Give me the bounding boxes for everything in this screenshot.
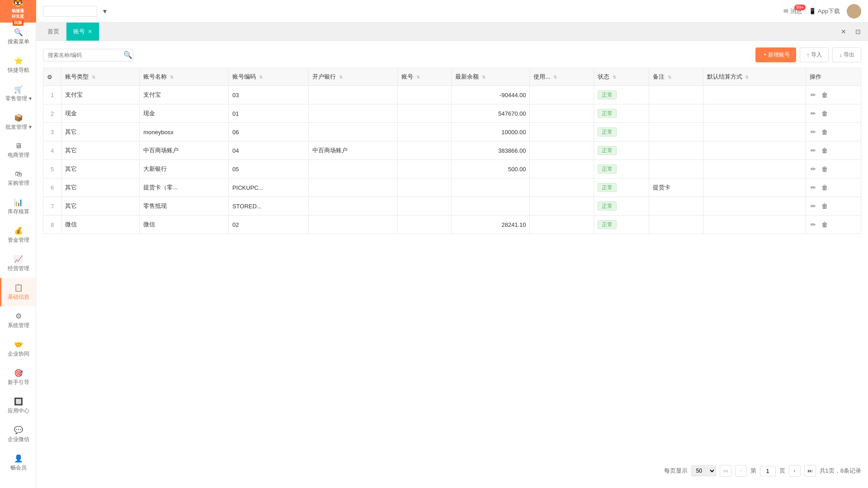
app-download-button[interactable]: 📱 App下载 <box>809 7 840 15</box>
per-page-select[interactable]: 50 100 200 <box>691 465 716 476</box>
message-button[interactable]: ✉ 消息 99+ <box>783 7 802 15</box>
col-remark[interactable]: 备注 ⇅ <box>649 68 703 86</box>
delete-button[interactable]: 🗑 <box>821 202 829 211</box>
col-status[interactable]: 状态 ⇅ <box>594 68 649 86</box>
row-name: 大新银行 <box>140 160 229 178</box>
tab-bar: 首页 账号 ✕ ✕ ⊡ <box>36 23 868 41</box>
tab-close-icon[interactable]: ✕ <box>88 29 92 34</box>
sidebar-icon: 👤 <box>14 454 23 463</box>
tab-account[interactable]: 账号 ✕ <box>66 23 99 41</box>
row-status: 正常 <box>594 216 649 234</box>
last-page-button[interactable]: ⏭ <box>804 465 816 477</box>
row-type: 其它 <box>61 160 140 178</box>
prev-page-button[interactable]: ‹ <box>735 465 747 477</box>
user-avatar[interactable] <box>847 4 861 19</box>
delete-button[interactable]: 🗑 <box>821 183 829 192</box>
add-account-button[interactable]: + 新增账号 <box>755 47 796 62</box>
row-type: 其它 <box>61 141 140 160</box>
row-actions: ✏ 🗑 <box>806 178 861 197</box>
row-account <box>397 197 451 216</box>
sidebar-item-经营管理[interactable]: 📈 经营管理 <box>0 249 36 278</box>
notification-badge: 99+ <box>794 5 806 10</box>
import-label: 导入 <box>811 51 822 59</box>
window-close-button[interactable]: ✕ <box>838 26 849 37</box>
col-bank[interactable]: 开户银行 ⇅ <box>309 68 398 86</box>
col-settings[interactable]: ⚙ <box>43 68 61 86</box>
edit-button[interactable]: ✏ <box>810 183 817 192</box>
sidebar-item-电商管理[interactable]: 🖥 电商管理 <box>0 136 36 164</box>
table-row: 4 其它 中百商场账户 04 中百商场账户 383866.00 正常 ✏ 🗑 <box>43 141 861 160</box>
sidebar-item-采购管理[interactable]: 🛍 采购管理 <box>0 164 36 192</box>
delete-button[interactable]: 🗑 <box>821 146 829 155</box>
row-type: 其它 <box>61 197 140 216</box>
sidebar-item-搜索菜单[interactable]: 🔍 搜索菜单 <box>0 23 36 51</box>
delete-button[interactable]: 🗑 <box>821 164 829 174</box>
tab-home[interactable]: 首页 <box>41 23 66 41</box>
app-download-label: App下载 <box>818 7 840 15</box>
row-balance <box>452 178 530 197</box>
first-page-button[interactable]: ⏮ <box>720 465 731 477</box>
col-default-settlement[interactable]: 默认结算方式 ⇅ <box>703 68 806 86</box>
header-left: ▼ <box>43 6 108 17</box>
row-actions: ✏ 🗑 <box>806 197 861 216</box>
sidebar-item-企业微信[interactable]: 💬 企业微信 <box>0 420 36 449</box>
search-button[interactable]: 🔍 <box>123 51 132 59</box>
sidebar-item-企业协同[interactable]: 🤝 企业协同 <box>0 335 36 363</box>
row-account <box>397 216 451 234</box>
page-input[interactable] <box>760 466 776 476</box>
dropdown-button[interactable]: ▼ <box>102 8 108 15</box>
row-num: 8 <box>43 216 61 234</box>
delete-button[interactable]: 🗑 <box>821 109 829 118</box>
top-header: ▼ ✉ 消息 99+ 📱 App下载 <box>36 0 868 23</box>
window-maximize-button[interactable]: ⊡ <box>853 26 863 37</box>
import-button[interactable]: ↑ 导入 <box>800 47 829 62</box>
sidebar-item-资金管理[interactable]: 💰 资金管理 <box>0 221 36 249</box>
sidebar-item-畅会员[interactable]: 👤 畅会员 <box>0 449 36 477</box>
sidebar-item-应用中心[interactable]: 🔲 应用中心 <box>0 392 36 420</box>
search-input[interactable] <box>43 49 133 61</box>
edit-button[interactable]: ✏ <box>810 127 817 136</box>
next-page-button[interactable]: › <box>789 465 801 477</box>
row-status: 正常 <box>594 178 649 197</box>
row-num: 3 <box>43 123 61 141</box>
sidebar-icon: 💰 <box>14 226 23 235</box>
sidebar-menu: 🔍 搜索菜单 ⭐ 快捷导航 🛒 零售管理 ▾ 📦 批发管理 ▾ 🖥 电商管理 🛍… <box>0 23 36 488</box>
delete-button[interactable]: 🗑 <box>821 220 829 229</box>
delete-button[interactable]: 🗑 <box>821 127 829 136</box>
delete-button[interactable]: 🗑 <box>821 90 829 99</box>
toolbar-buttons: + 新增账号 ↑ 导入 ↓ 导出 <box>755 47 861 62</box>
sidebar-item-零售管理[interactable]: 🛒 零售管理 ▾ <box>0 80 36 108</box>
col-name[interactable]: 账号名称 ⇅ <box>140 68 229 86</box>
edit-button[interactable]: ✏ <box>810 164 817 174</box>
sidebar-item-快捷导航[interactable]: ⭐ 快捷导航 <box>0 51 36 80</box>
sidebar-item-系统管理[interactable]: ⚙ 系统管理 <box>0 306 36 335</box>
row-bank <box>309 160 398 178</box>
sidebar-item-批发管理[interactable]: 📦 批发管理 ▾ <box>0 108 36 136</box>
row-bank: 中百商场账户 <box>309 141 398 160</box>
top-search-input[interactable] <box>43 6 97 17</box>
sidebar-item-基础信息[interactable]: 📋 基础信息 <box>0 278 36 306</box>
col-type[interactable]: 账号类型 ⇅ <box>61 68 140 86</box>
sidebar-item-新手引导[interactable]: 🎯 新手引导 <box>0 363 36 392</box>
edit-button[interactable]: ✏ <box>810 90 817 99</box>
row-status: 正常 <box>594 160 649 178</box>
edit-button[interactable]: ✏ <box>810 146 817 155</box>
row-balance: -90444.00 <box>452 86 530 104</box>
row-actions: ✏ 🗑 <box>806 123 861 141</box>
row-usage <box>530 123 594 141</box>
col-usage[interactable]: 使用... ⇅ <box>530 68 594 86</box>
row-remark <box>649 197 703 216</box>
edit-button[interactable]: ✏ <box>810 202 817 211</box>
row-default-settlement <box>703 160 806 178</box>
col-account[interactable]: 账号 ⇅ <box>397 68 451 86</box>
edit-button[interactable]: ✏ <box>810 109 817 118</box>
export-button[interactable]: ↓ 导出 <box>832 47 861 62</box>
sidebar-item-库存核算[interactable]: 📊 库存核算 <box>0 192 36 221</box>
row-balance: 383866.00 <box>452 141 530 160</box>
row-default-settlement <box>703 216 806 234</box>
col-code[interactable]: 账号编码 ⇅ <box>228 68 308 86</box>
col-balance[interactable]: 最新余额 ⇅ <box>452 68 530 86</box>
row-account <box>397 160 451 178</box>
row-code: 06 <box>228 123 308 141</box>
edit-button[interactable]: ✏ <box>810 220 817 229</box>
